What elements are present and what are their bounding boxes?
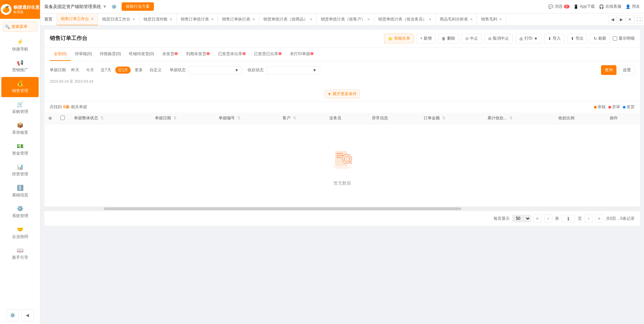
tab-close-icon[interactable]: ✕: [211, 17, 214, 21]
tab-gross-margin[interactable]: 商品毛利分析表 ✕: [436, 13, 477, 26]
date-option-custom[interactable]: 自定义: [147, 67, 164, 74]
date-option-yesterday[interactable]: 昨天: [69, 67, 82, 74]
print-btn[interactable]: 🖨 打印 ▼: [515, 34, 542, 43]
tabs-maximize-btn[interactable]: ⛶: [635, 15, 643, 24]
col-order-amount[interactable]: 订单金额 ⇅: [420, 113, 483, 124]
filter-tab-pending-pick[interactable]: 待拣验货(0): [96, 48, 125, 61]
search-menu-button[interactable]: 🔍 搜索菜单: [3, 22, 37, 32]
expand-conditions-btn[interactable]: ▼ 展开更多条件: [325, 89, 360, 98]
prev-page-btn[interactable]: ‹: [544, 214, 552, 222]
tab-close-icon[interactable]: ✕: [252, 17, 255, 21]
tabs-close-btn[interactable]: ✕: [626, 15, 634, 24]
sidebar-item-system[interactable]: ⚙️ 系统管理: [1, 202, 39, 222]
industry-solution-btn[interactable]: 体验行业方案: [122, 2, 154, 11]
refresh-btn[interactable]: ↻ 刷新: [590, 34, 610, 43]
sidebar-settings-btn[interactable]: ⚙️: [7, 309, 19, 321]
show-detail-checkbox[interactable]: 显示明细: [613, 36, 635, 41]
filter-tab-all[interactable]: 全部(0): [50, 48, 71, 61]
filter-tab-overdue[interactable]: 到期未发货❶: [182, 48, 214, 61]
tab-close-icon[interactable]: ✕: [499, 17, 502, 21]
sidebar-item-guide[interactable]: 📖 新手引导: [1, 244, 39, 264]
ship-dot-icon: [623, 106, 626, 109]
next-page-btn[interactable]: ›: [585, 214, 593, 222]
tab-sales-by-salesman[interactable]: 销货单统计表（按业务员） ✕: [374, 13, 436, 26]
ship-btn[interactable]: 发货: [623, 104, 635, 110]
col-checkbox[interactable]: [56, 113, 70, 124]
sidebar-item-shortcut[interactable]: ⚡ 快捷导航: [1, 35, 39, 55]
app-download-btn[interactable]: 📱 App下载: [573, 4, 595, 9]
smart-generate-btn[interactable]: ⭐ 智能生单: [384, 34, 414, 43]
last-page-btn[interactable]: »: [595, 214, 603, 222]
topbar-settings-btn[interactable]: ⚙️: [110, 2, 119, 11]
sidebar-item-purchase[interactable]: 🛒 采购管理: [1, 98, 39, 118]
tab-home[interactable]: 首页: [40, 13, 57, 26]
tab-cash-daily[interactable]: 钱货日清工作台 ✕: [98, 13, 139, 26]
filter-tab-unshipped[interactable]: 未发货❶: [158, 48, 182, 61]
horizontal-scrollbar[interactable]: [44, 207, 640, 211]
export-btn[interactable]: ⬆ 导出: [567, 34, 587, 43]
filter-tab-shipped-not-out[interactable]: 已发货未出库❶: [214, 48, 250, 61]
system-title: 装备及固定资产辅助管理系统 ▼: [44, 4, 107, 10]
query-btn[interactable]: 查询: [601, 65, 616, 75]
col-cumulative-payment[interactable]: 累计收款... ⇅: [483, 113, 554, 124]
tab-sales-stats[interactable]: 销售订单统计表 ✕: [177, 13, 218, 26]
first-page-btn[interactable]: «: [533, 214, 542, 222]
tab-label: 销货单统计表（按客户）: [321, 16, 365, 22]
tab-close-icon[interactable]: ✕: [429, 17, 431, 21]
per-page-select[interactable]: 50 100 200: [512, 215, 531, 222]
tab-close-icon[interactable]: ✕: [132, 17, 135, 21]
tab-close-icon[interactable]: ✕: [367, 17, 370, 21]
date-option-more[interactable]: 更多: [132, 67, 145, 74]
date-option-7days[interactable]: 近7天: [98, 67, 114, 74]
user-menu-btn[interactable]: 👤 用友: [626, 4, 640, 9]
tab-close-icon[interactable]: ✕: [310, 17, 312, 21]
tab-close-icon[interactable]: ✕: [470, 17, 473, 21]
online-service-btn[interactable]: 🎧 在线客服: [599, 4, 621, 9]
tab-close-icon[interactable]: ✕: [91, 17, 94, 21]
filter-tab-unprinted[interactable]: 未打印单据❶: [286, 48, 318, 61]
sidebar-item-marketing[interactable]: 📢 营销推广: [1, 56, 39, 76]
sidebar-item-inventory[interactable]: 📦 库存核算: [1, 119, 39, 139]
sidebar-item-enterprise[interactable]: 🤝 企业协同: [1, 223, 39, 243]
col-customer[interactable]: 客户 ⇅: [278, 113, 325, 124]
scrollbar-thumb[interactable]: [104, 207, 461, 210]
tab-cash-reconcile[interactable]: 钱货日清对账 ✕: [139, 13, 177, 26]
sidebar-collapse-btn[interactable]: ◀: [22, 309, 34, 321]
sidebar-item-management[interactable]: 📊 经营管理: [1, 160, 39, 180]
audit-btn[interactable]: 审核: [594, 104, 606, 110]
col-doc-number[interactable]: 单据编号 ⇅: [215, 113, 278, 124]
col-doc-date[interactable]: 单据日期 ⇅: [151, 113, 215, 124]
date-option-today[interactable]: 今天: [83, 67, 97, 74]
show-detail-input[interactable]: [613, 36, 617, 41]
tab-sales-exec[interactable]: 销售订单执行表 ✕: [218, 13, 259, 26]
new-btn[interactable]: + 新增: [417, 34, 435, 43]
sidebar-item-base-info[interactable]: ℹ️ 基础信息: [1, 181, 39, 201]
page-input[interactable]: [562, 215, 575, 222]
col-settings[interactable]: ⚙: [44, 113, 56, 124]
date-option-1month[interactable]: 近1月: [115, 67, 131, 74]
status-select[interactable]: ▼: [188, 66, 242, 74]
tab-sales-order-workbench[interactable]: 销售订单工作台 ✕: [57, 13, 98, 26]
filter-tab-wangpu[interactable]: 旺铺待发货(0): [125, 48, 158, 61]
cancel-stop-btn[interactable]: ⊘ 取消中止: [484, 34, 513, 43]
payment-select[interactable]: ▼: [266, 66, 320, 74]
filter-tab-shipped-out[interactable]: 已发货已出库❶: [250, 48, 286, 61]
cancel-audit-btn[interactable]: 弃审: [608, 104, 620, 110]
stop-btn[interactable]: ⊙ 中止: [462, 34, 482, 43]
tab-sales-margin[interactable]: 销售毛利 ✕: [477, 13, 506, 26]
sidebar-item-sales[interactable]: 💰 销售管理: [1, 77, 39, 97]
tab-close-icon[interactable]: ✕: [170, 17, 172, 21]
filter-actions: 查询 设置: [601, 65, 635, 75]
filter-settings-btn[interactable]: 设置: [619, 65, 635, 75]
tab-sales-by-product[interactable]: 销货单统计表（按商品） ✕: [259, 13, 317, 26]
import-btn[interactable]: ⬇ 导入: [544, 34, 564, 43]
sidebar-item-finance[interactable]: 💵 资金管理: [1, 139, 39, 160]
tabs-scroll-right-btn[interactable]: ▶: [617, 15, 625, 24]
tab-sales-by-customer[interactable]: 销货单统计表（按客户） ✕: [317, 13, 374, 26]
message-btn[interactable]: 💬 消息 6: [548, 4, 569, 9]
tabs-scroll-left-btn[interactable]: ◀: [608, 15, 616, 24]
filter-tab-pending-audit[interactable]: 待审核(0): [71, 48, 96, 61]
delete-btn[interactable]: 🗑 删除: [438, 34, 459, 43]
col-doc-status[interactable]: 单据整体状态 ⇅: [70, 113, 151, 124]
select-all-checkbox[interactable]: [60, 116, 65, 120]
